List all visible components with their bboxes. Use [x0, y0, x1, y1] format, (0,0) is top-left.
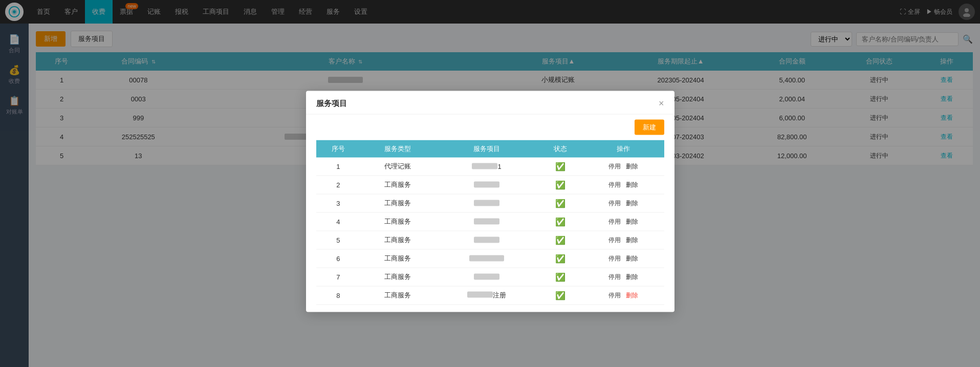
modal-col-type: 服务类型 — [360, 140, 435, 157]
modal-cell-seq: 7 — [316, 268, 361, 286]
modal-cell-item: ████1 — [435, 157, 538, 176]
modal-table-row: 4 工商服务 ████ ✅ 停用 删除 — [316, 212, 664, 231]
modal-cell-action: 停用 删除 — [582, 268, 664, 286]
stop-button[interactable]: 停用 — [608, 162, 621, 169]
modal-col-seq: 序号 — [316, 140, 361, 157]
modal-cell-item: ████ — [435, 212, 538, 231]
modal-body: 序号 服务类型 服务项目 状态 操作 1 代理记账 ████1 ✅ 停用 删除 … — [306, 140, 674, 312]
stop-button[interactable]: 停用 — [608, 291, 621, 298]
modal-new-button[interactable]: 新建 — [635, 119, 664, 135]
modal-toolbar: 新建 — [306, 114, 674, 140]
modal-cell-status: ✅ — [538, 286, 583, 305]
delete-button[interactable]: 删除 — [626, 199, 638, 206]
modal-cell-action: 停用 删除 — [582, 212, 664, 231]
stop-button[interactable]: 停用 — [608, 273, 621, 280]
modal-cell-type: 工商服务 — [360, 212, 435, 231]
modal-cell-status: ✅ — [538, 176, 583, 194]
modal-close-button[interactable]: × — [659, 98, 664, 109]
modal-cell-status: ✅ — [538, 212, 583, 231]
modal-cell-type: 工商服务 — [360, 176, 435, 194]
stop-button[interactable]: 停用 — [608, 218, 621, 225]
modal-table-row: 1 代理记账 ████1 ✅ 停用 删除 — [316, 157, 664, 176]
modal-cell-status: ✅ — [538, 249, 583, 268]
delete-button[interactable]: 删除 — [626, 236, 638, 243]
delete-button[interactable]: 删除 — [626, 273, 638, 280]
status-check-icon: ✅ — [555, 235, 565, 244]
modal-col-item: 服务项目 — [435, 140, 538, 157]
modal-cell-action: 停用 删除 — [582, 157, 664, 176]
modal-cell-action: 停用 删除 — [582, 231, 664, 249]
modal-table-row: 3 工商服务 ████ ✅ 停用 删除 — [316, 194, 664, 212]
modal-cell-item: ████ — [435, 176, 538, 194]
modal-cell-seq: 4 — [316, 212, 361, 231]
modal-col-action: 操作 — [582, 140, 664, 157]
modal-cell-seq: 3 — [316, 194, 361, 212]
modal-col-status: 状态 — [538, 140, 583, 157]
modal-cell-seq: 6 — [316, 249, 361, 268]
status-check-icon: ✅ — [555, 272, 565, 281]
status-check-icon: ✅ — [555, 162, 565, 170]
modal-cell-item: ████ — [435, 231, 538, 249]
status-check-icon: ✅ — [555, 180, 565, 189]
delete-button[interactable]: 删除 — [626, 254, 638, 262]
modal-cell-action: 停用 删除 — [582, 176, 664, 194]
delete-button[interactable]: 删除 — [626, 162, 638, 169]
modal-cell-status: ✅ — [538, 194, 583, 212]
modal-cell-type: 代理记账 — [360, 157, 435, 176]
modal-table-row: 6 工商服务 ████████ ✅ 停用 删除 — [316, 249, 664, 268]
modal-title: 服务项目 — [316, 98, 347, 108]
modal-cell-action: 停用 删除 — [582, 286, 664, 305]
modal-cell-type: 工商服务 — [360, 268, 435, 286]
delete-button[interactable]: 删除 — [626, 291, 638, 298]
status-check-icon: ✅ — [555, 217, 565, 226]
modal-header: 服务项目 × — [306, 91, 674, 114]
status-check-icon: ✅ — [555, 199, 565, 207]
modal-cell-seq: 1 — [316, 157, 361, 176]
modal-cell-action: 停用 删除 — [582, 249, 664, 268]
modal-cell-status: ✅ — [538, 268, 583, 286]
stop-button[interactable]: 停用 — [608, 181, 621, 188]
modal-cell-status: ✅ — [538, 157, 583, 176]
modal-cell-item: ████注册 — [435, 286, 538, 305]
status-check-icon: ✅ — [555, 291, 565, 299]
modal-cell-type: 工商服务 — [360, 249, 435, 268]
modal-cell-item: ████████ — [435, 249, 538, 268]
stop-button[interactable]: 停用 — [608, 236, 621, 243]
modal-cell-item: ████ — [435, 268, 538, 286]
modal-cell-seq: 5 — [316, 231, 361, 249]
modal-table-row: 8 工商服务 ████注册 ✅ 停用 删除 — [316, 286, 664, 305]
service-items-table: 序号 服务类型 服务项目 状态 操作 1 代理记账 ████1 ✅ 停用 删除 … — [316, 140, 664, 305]
modal-table-row: 2 工商服务 ████ ✅ 停用 删除 — [316, 176, 664, 194]
service-items-modal: 服务项目 × 新建 序号 服务类型 服务项目 状态 操作 1 代理记账 ████… — [306, 91, 674, 312]
modal-cell-seq: 8 — [316, 286, 361, 305]
modal-cell-type: 工商服务 — [360, 286, 435, 305]
modal-cell-type: 工商服务 — [360, 231, 435, 249]
modal-cell-status: ✅ — [538, 231, 583, 249]
modal-cell-item: ████ — [435, 194, 538, 212]
status-check-icon: ✅ — [555, 254, 565, 263]
stop-button[interactable]: 停用 — [608, 254, 621, 262]
delete-button[interactable]: 删除 — [626, 218, 638, 225]
stop-button[interactable]: 停用 — [608, 199, 621, 206]
modal-cell-action: 停用 删除 — [582, 194, 664, 212]
modal-cell-seq: 2 — [316, 176, 361, 194]
modal-cell-type: 工商服务 — [360, 194, 435, 212]
modal-table-row: 5 工商服务 ████ ✅ 停用 删除 — [316, 231, 664, 249]
modal-table-row: 7 工商服务 ████ ✅ 停用 删除 — [316, 268, 664, 286]
delete-button[interactable]: 删除 — [626, 181, 638, 188]
